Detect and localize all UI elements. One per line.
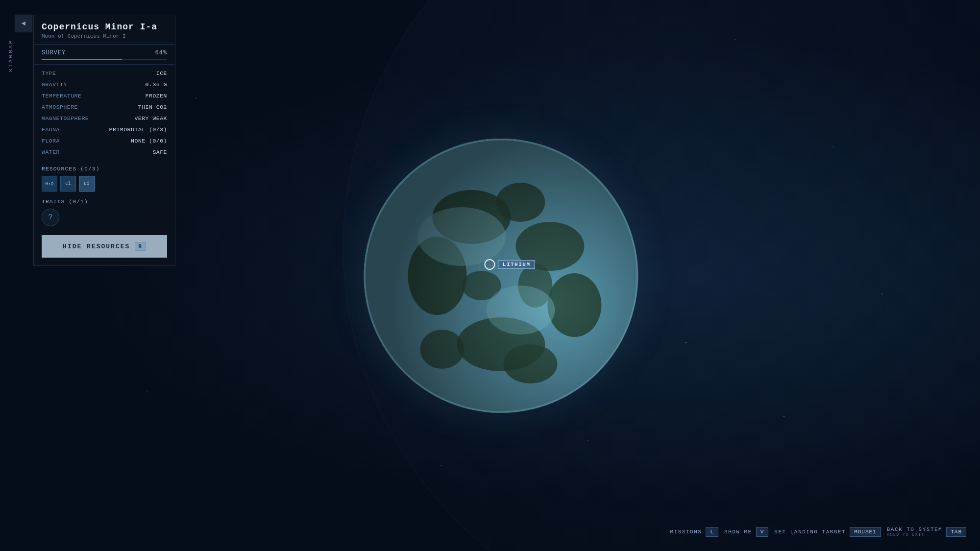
back-to-system-key: TAB — [946, 527, 966, 537]
stat-label: TEMPERATURE — [42, 93, 81, 99]
missions-label: MISSIONS — [670, 529, 702, 535]
stat-label: WATER — [42, 149, 60, 155]
survey-row: SURVEY 64% — [34, 45, 175, 59]
stat-label: ATMOSPHERE — [42, 104, 78, 110]
lithium-marker[interactable]: LITHIUM — [485, 259, 535, 270]
hide-resources-button[interactable]: HIDE RESOURCES R — [42, 235, 167, 258]
stat-row: FAUNAPRIMORDIAL (0/3) — [34, 124, 175, 135]
stat-value: VERY WEAK — [134, 115, 167, 121]
show-me-key: V — [756, 527, 769, 537]
stat-label: FLORA — [42, 138, 60, 144]
resources-header: RESOURCES (0/3) — [42, 166, 167, 172]
back-to-system-control[interactable]: BACK TO SYSTEM HOLD TO EXIT TAB — [887, 527, 966, 537]
set-landing-target-key: MOUSE1 — [850, 527, 881, 537]
survey-bar-container — [34, 59, 175, 64]
set-landing-target-label: SET LANDING TARGET — [774, 529, 846, 535]
back-to-system-sublabel: HOLD TO EXIT — [887, 532, 942, 537]
missions-control[interactable]: MISSIONS L — [670, 527, 718, 537]
planet-sphere: LITHIUM — [364, 139, 638, 413]
lithium-label: LITHIUM — [498, 260, 535, 269]
missions-key: L — [706, 527, 718, 537]
stat-label: MAGNETOSPHERE — [42, 115, 89, 121]
stat-row: MAGNETOSPHEREVERY WEAK — [34, 113, 175, 124]
resources-section: RESOURCES (0/3) H₂OClLi — [34, 161, 175, 194]
set-landing-target-control[interactable]: SET LANDING TARGET MOUSE1 — [774, 527, 881, 537]
survey-bar-background — [42, 59, 167, 60]
bottom-controls: MISSIONS L SHOW ME V SET LANDING TARGET … — [670, 527, 966, 537]
resource-icons-list: H₂OClLi — [42, 176, 167, 192]
planet-name: Copernicus Minor I-a — [42, 22, 167, 32]
hide-resources-key: R — [135, 242, 146, 251]
stat-row: TYPEICE — [34, 68, 175, 79]
starmap-label: STARMAP — [8, 39, 14, 72]
stat-row: WATERSAFE — [34, 146, 175, 158]
traits-section: TRAITS (0/1) ? — [34, 194, 175, 231]
resource-icon-li: Li — [79, 176, 95, 192]
stat-row: TEMPERATUREFROZEN — [34, 90, 175, 101]
stat-value: 0.36 G — [146, 81, 167, 88]
planet-subtitle: Moon of Copernicus Minor I — [42, 33, 167, 39]
stat-row: FLORANONE (0/0) — [34, 135, 175, 146]
info-panel: Copernicus Minor I-a Moon of Copernicus … — [33, 15, 175, 266]
hide-resources-label: HIDE RESOURCES — [63, 243, 130, 250]
show-me-control[interactable]: SHOW ME V — [724, 527, 768, 537]
stat-value: SAFE — [152, 149, 167, 155]
stats-table: TYPEICEGRAVITY0.36 GTEMPERATUREFROZENATM… — [34, 64, 175, 161]
back-to-system-label: BACK TO SYSTEM — [887, 527, 942, 532]
sidebar-toggle-button[interactable]: ◄ — [15, 15, 32, 32]
marker-circle-icon — [485, 259, 495, 270]
stat-row: GRAVITY0.36 G — [34, 79, 175, 90]
show-me-label: SHOW ME — [724, 529, 752, 535]
stat-value: FROZEN — [146, 93, 167, 99]
survey-label: SURVEY — [42, 49, 66, 56]
planet-surface-svg — [364, 139, 638, 413]
survey-bar-fill — [42, 59, 122, 60]
resource-icon-cl: Cl — [60, 176, 76, 192]
stat-value: PRIMORDIAL (0/3) — [109, 126, 167, 133]
stat-label: TYPE — [42, 70, 56, 76]
stat-label: GRAVITY — [42, 81, 67, 88]
panel-header: Copernicus Minor I-a Moon of Copernicus … — [34, 15, 175, 45]
stat-row: ATMOSPHERETHIN CO2 — [34, 101, 175, 113]
stat-value: ICE — [156, 70, 167, 76]
resource-icon-h2o: H₂O — [42, 176, 57, 192]
trait-unknown-icon: ? — [42, 209, 59, 226]
chevron-left-icon: ◄ — [22, 20, 25, 27]
planet-container: LITHIUM — [364, 139, 638, 413]
survey-percent: 64% — [155, 49, 167, 56]
traits-header: TRAITS (0/1) — [42, 198, 167, 205]
stat-value: THIN CO2 — [138, 104, 167, 110]
stat-value: NONE (0/0) — [131, 138, 167, 144]
stat-label: FAUNA — [42, 126, 60, 133]
